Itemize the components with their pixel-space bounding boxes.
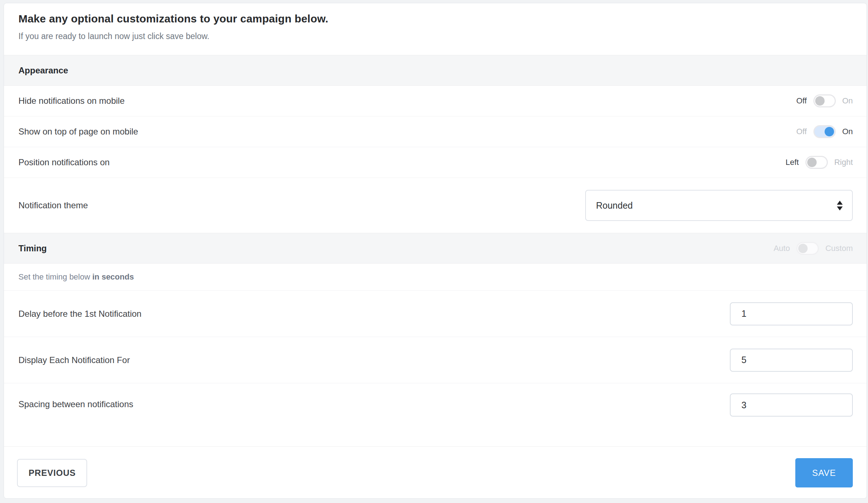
notification-theme-label: Notification theme bbox=[18, 200, 88, 210]
show-on-top-off-label: Off bbox=[796, 127, 807, 136]
row-notification-theme: Notification theme Rounded bbox=[4, 178, 867, 233]
row-show-on-top-mobile: Show on top of page on mobile Off On bbox=[4, 116, 867, 147]
timing-note: Set the timing below in seconds bbox=[18, 272, 134, 282]
switch-knob bbox=[815, 96, 825, 106]
delay-first-notification-input[interactable] bbox=[730, 302, 853, 325]
spacing-between-notifications-input[interactable] bbox=[730, 393, 853, 417]
timing-note-row: Set the timing below in seconds bbox=[4, 264, 867, 291]
appearance-section-title: Appearance bbox=[18, 65, 68, 76]
timing-mode-switch[interactable] bbox=[796, 242, 819, 255]
select-spinner-icon bbox=[837, 201, 843, 210]
page-title: Make any optional customizations to your… bbox=[18, 13, 852, 25]
timing-mode-toggle-group: Auto Custom bbox=[774, 242, 853, 255]
timing-note-bold: in seconds bbox=[92, 272, 134, 281]
row-delay-first-notification: Delay before the 1st Notification bbox=[4, 291, 867, 337]
panel-footer: PREVIOUS SAVE bbox=[4, 446, 867, 499]
show-on-top-label: Show on top of page on mobile bbox=[18, 127, 138, 137]
position-left-label: Left bbox=[786, 158, 799, 167]
switch-knob bbox=[798, 244, 808, 253]
row-spacing-between-notifications: Spacing between notifications bbox=[4, 383, 867, 446]
show-on-top-switch[interactable] bbox=[813, 125, 836, 138]
show-on-top-toggle-group: Off On bbox=[796, 125, 853, 138]
campaign-customization-panel: Make any optional customizations to your… bbox=[4, 3, 867, 499]
row-hide-notifications-mobile: Hide notifications on mobile Off On bbox=[4, 86, 867, 116]
position-switch[interactable] bbox=[805, 156, 828, 169]
row-display-each-notification: Display Each Notification For bbox=[4, 337, 867, 383]
timing-section-bar: Timing Auto Custom bbox=[4, 233, 867, 264]
switch-knob bbox=[825, 127, 834, 136]
hide-notifications-off-label: Off bbox=[796, 96, 807, 106]
timing-section-title: Timing bbox=[18, 243, 47, 253]
appearance-section-bar: Appearance bbox=[4, 55, 867, 86]
previous-button[interactable]: PREVIOUS bbox=[17, 459, 87, 487]
timing-note-prefix: Set the timing below bbox=[18, 272, 92, 281]
timing-auto-label: Auto bbox=[774, 244, 790, 253]
hide-notifications-toggle-group: Off On bbox=[796, 94, 853, 107]
notification-theme-value: Rounded bbox=[596, 200, 633, 211]
display-each-notification-label: Display Each Notification For bbox=[18, 355, 130, 365]
arrow-up-icon bbox=[837, 201, 843, 205]
display-each-notification-input[interactable] bbox=[730, 349, 853, 372]
spacing-between-notifications-label: Spacing between notifications bbox=[18, 393, 133, 409]
hide-notifications-switch[interactable] bbox=[813, 94, 836, 107]
hide-notifications-label: Hide notifications on mobile bbox=[18, 96, 125, 106]
notification-theme-select[interactable]: Rounded bbox=[585, 190, 853, 221]
page-subtitle: If you are ready to launch now just clic… bbox=[18, 31, 852, 41]
panel-header: Make any optional customizations to your… bbox=[4, 3, 867, 55]
position-toggle-group: Left Right bbox=[786, 156, 853, 169]
switch-knob bbox=[807, 158, 817, 167]
timing-custom-label: Custom bbox=[825, 244, 853, 253]
hide-notifications-on-label: On bbox=[842, 96, 853, 106]
row-position-notifications: Position notifications on Left Right bbox=[4, 147, 867, 178]
position-notifications-label: Position notifications on bbox=[18, 157, 110, 167]
save-button[interactable]: SAVE bbox=[795, 458, 853, 487]
delay-first-notification-label: Delay before the 1st Notification bbox=[18, 309, 141, 319]
show-on-top-on-label: On bbox=[842, 127, 853, 136]
arrow-down-icon bbox=[837, 206, 843, 210]
position-right-label: Right bbox=[834, 158, 853, 167]
